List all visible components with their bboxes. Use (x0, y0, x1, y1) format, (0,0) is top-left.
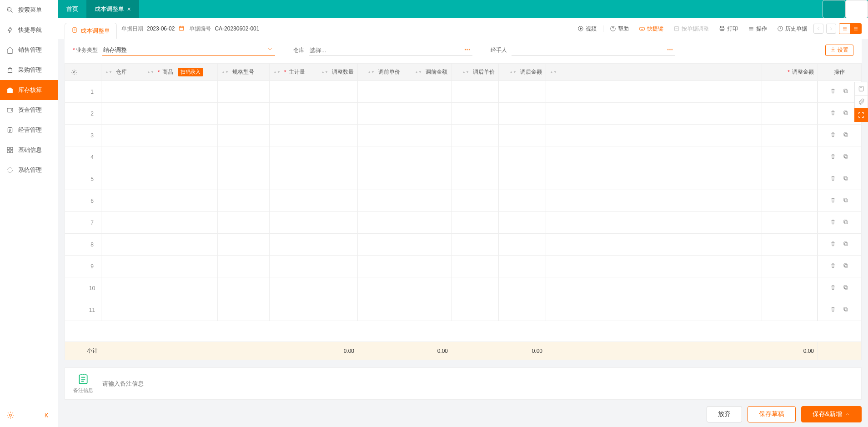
sidebar-item-funds[interactable]: 资金管理 (0, 100, 58, 120)
delete-icon[interactable] (830, 306, 836, 314)
delete-icon[interactable] (830, 219, 836, 226)
close-icon[interactable]: ✕ (127, 6, 131, 12)
fullscreen-button[interactable] (845, 0, 868, 18)
copy-icon[interactable] (843, 219, 849, 226)
copy-icon[interactable] (843, 306, 849, 314)
remark-input[interactable] (102, 380, 853, 387)
settings-button[interactable]: 设置 (825, 45, 853, 56)
close-all-button[interactable] (823, 0, 845, 18)
th-postamt[interactable]: ▲▼调后金额 (499, 64, 546, 80)
warehouse-input[interactable] (309, 45, 472, 56)
row-index: 8 (83, 234, 101, 255)
video-button[interactable]: 视频 (574, 23, 600, 35)
save-draft-button[interactable]: 保存草稿 (748, 406, 796, 422)
delete-icon[interactable] (830, 153, 836, 161)
th-preprice[interactable]: ▲▼调前单价 (358, 64, 404, 80)
biz-type-input[interactable] (102, 45, 275, 56)
sidebar-item-biz[interactable]: 经营管理 (0, 120, 58, 140)
delete-icon[interactable] (830, 131, 836, 139)
float-note-button[interactable] (854, 82, 868, 95)
collapse-icon[interactable] (43, 411, 51, 421)
more-icon[interactable]: ⋯ (667, 46, 673, 53)
th-preamt[interactable]: ▲▼调前金额 (404, 64, 452, 80)
print-button[interactable]: 打印 (715, 23, 742, 35)
ops-button[interactable]: 操作 (744, 23, 771, 35)
history-icon (777, 25, 783, 32)
float-attach-button[interactable] (854, 95, 868, 109)
table-row[interactable]: 5 (65, 168, 861, 190)
svg-rect-13 (640, 27, 645, 30)
sidebar-item-search[interactable]: 搜索菜单 (0, 0, 58, 20)
sidebar-item-quicknav[interactable]: 快捷导航 (0, 20, 58, 40)
delete-icon[interactable] (830, 110, 836, 117)
discard-button[interactable]: 放弃 (707, 406, 742, 422)
copy-icon[interactable] (843, 284, 849, 292)
help-button[interactable]: 帮助 (606, 23, 632, 35)
row-index: 10 (83, 277, 101, 299)
copy-icon[interactable] (843, 241, 849, 248)
table-row[interactable]: 10 (65, 277, 861, 299)
svg-rect-40 (845, 308, 848, 311)
prev-button[interactable] (813, 24, 823, 34)
gear-icon[interactable] (6, 411, 15, 421)
sidebar-item-base[interactable]: 基础信息 (0, 140, 58, 160)
sidebar-item-purchase[interactable]: 采购管理 (0, 60, 58, 80)
save-new-button[interactable]: 保存&新增 (801, 406, 862, 422)
copy-icon[interactable] (843, 153, 849, 161)
tab-home[interactable]: 首页 (58, 0, 86, 18)
th-unit[interactable]: ▲▼*主计量 (270, 64, 313, 80)
delete-icon[interactable] (830, 262, 836, 270)
field-label: 经手人 (491, 46, 507, 54)
table-row[interactable]: 9 (65, 256, 861, 277)
copy-icon[interactable] (843, 175, 849, 183)
tab-cost-adjust[interactable]: 成本调整单 ✕ (86, 0, 139, 18)
shortcut-button[interactable]: 快捷键 (635, 23, 667, 35)
scan-button[interactable]: 扫码录入 (178, 68, 203, 76)
th-spec[interactable]: ▲▼规格型号 (218, 64, 270, 80)
th-gear[interactable] (65, 64, 83, 80)
delete-icon[interactable] (830, 197, 836, 205)
copy-icon[interactable] (843, 131, 849, 139)
table-row[interactable]: 2 (65, 103, 861, 125)
delete-icon[interactable] (830, 241, 836, 248)
table-row[interactable]: 1 (65, 81, 861, 103)
delete-icon[interactable] (830, 284, 836, 292)
meta-no: 单据编号 CA-20230602-001 (189, 25, 259, 33)
th-qty[interactable]: ▲▼调整数量 (313, 64, 358, 80)
row-index: 9 (83, 256, 101, 277)
svg-point-2 (11, 110, 12, 111)
calendar-icon[interactable] (178, 25, 185, 33)
copy-icon[interactable] (843, 110, 849, 117)
delete-icon[interactable] (830, 175, 836, 183)
th-product[interactable]: ▲▼*商品扫码录入 (143, 64, 218, 80)
th-warehouse[interactable]: ▲▼仓库 (101, 64, 143, 80)
table-row[interactable]: 4 (65, 146, 861, 168)
copy-icon[interactable] (843, 88, 849, 95)
th-adjamt[interactable]: *调整金额 (762, 64, 818, 80)
next-button[interactable] (826, 24, 836, 34)
copy-icon[interactable] (843, 197, 849, 205)
more-icon[interactable]: ⋯ (464, 46, 471, 53)
th-blank[interactable]: ▲▼ (546, 64, 762, 80)
table-row[interactable]: 8 (65, 234, 861, 256)
table-row[interactable]: 6 (65, 190, 861, 212)
history-button[interactable]: 历史单据 (773, 23, 811, 35)
copy-icon[interactable] (843, 262, 849, 270)
table-row[interactable]: 11 (65, 299, 861, 321)
field-label: 业务类型 (76, 47, 98, 53)
view-grid-button[interactable] (850, 24, 861, 34)
sidebar-item-inventory[interactable]: 库存核算 (0, 80, 58, 100)
chevron-down-icon[interactable] (267, 46, 273, 54)
delete-icon[interactable] (830, 88, 836, 95)
table-row[interactable]: 3 (65, 125, 861, 146)
th-postprice[interactable]: ▲▼调后单价 (452, 64, 499, 80)
view-list-button[interactable] (839, 24, 850, 34)
table-row[interactable]: 7 (65, 212, 861, 234)
svg-rect-21 (844, 89, 847, 92)
meta-value: 2023-06-02 (147, 25, 175, 32)
handler-input[interactable] (512, 45, 675, 56)
float-expand-button[interactable] (854, 108, 868, 122)
sidebar-item-system[interactable]: 系统管理 (0, 160, 58, 180)
subtotal-preamt: 0.00 (404, 342, 452, 360)
sidebar-item-sales[interactable]: 销售管理 (0, 40, 58, 60)
